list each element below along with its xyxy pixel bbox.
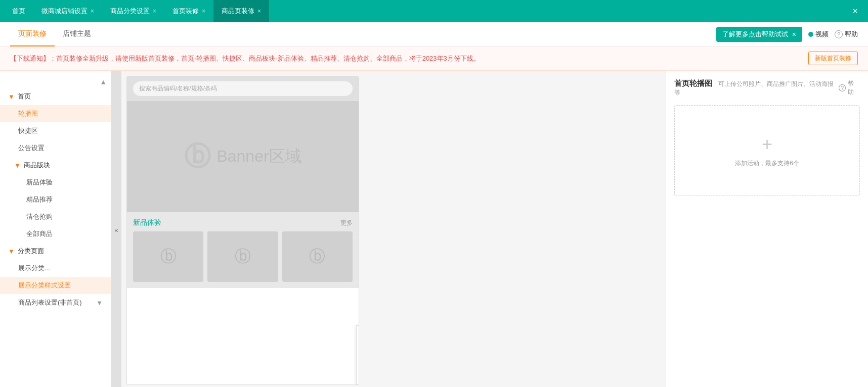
product-icon-3: ⓑ [309,246,325,268]
tab-home[interactable]: 首页 [4,0,33,22]
phone-search-input: 搜索商品编码/名称/规格/条码 [133,81,353,96]
add-activity-area[interactable]: + 添加活动，最多支持6个 [674,105,860,196]
phone-search-bar: 搜索商品编码/名称/规格/条码 [127,76,359,101]
right-panel-header: 首页轮播图 可上传公司照片、商品推广图片、活动海报等 ? 帮助 [674,79,860,97]
tab-category-settings[interactable]: 商品分类设置 × [102,0,164,22]
collapse-left-icon: « [115,227,118,234]
close-tab-product-decoration[interactable]: × [257,8,261,15]
main-layout: ▲ ▼ 首页 轮播图 快捷区 公告设置 ▼ 商品版块 新品体验 精品推荐 清仓抢… [0,71,868,387]
sidebar-section-category[interactable]: ▼ 分类页面 [0,243,111,260]
banner-logo-icon: ⓑ [184,139,210,174]
arrow-down-category-icon: ▼ [8,248,15,255]
close-tab-store-settings[interactable]: × [91,8,94,15]
help-button[interactable]: ? 帮助 [835,30,858,39]
phone-new-experience-section: 新品体验 更多 ⓑ ⓑ ⓑ [127,212,359,288]
arrow-down-products-icon: ▼ [14,162,21,169]
tab-store-settings[interactable]: 微商城店铺设置 × [33,0,102,22]
collapse-arrow-up[interactable]: ▲ [100,78,107,86]
sidebar-section-home[interactable]: ▼ 首页 [0,88,111,105]
sidebar-item-notice[interactable]: 公告设置 [0,139,111,157]
phone-products-row: ⓑ ⓑ ⓑ [133,231,353,282]
window-close-button[interactable]: × [846,6,864,17]
sidebar-item-shortcut[interactable]: 快捷区 [0,122,111,139]
new-version-button[interactable]: 新版首页装修 [808,52,858,65]
sidebar-item-clearance[interactable]: 清仓抢购 [0,208,111,225]
phone-section-header: 新品体验 更多 [133,218,353,227]
notice-text: 【下线通知】：首页装修全新升级，请使用新版首页装修，首页-轮播图、快捷区、商品板… [10,54,802,63]
right-panel-help-button[interactable]: ? 帮助 [839,79,860,96]
sub-tab-right-actions: 了解更多点击帮助试试 × 视频 ? 帮助 [716,27,858,42]
tab-product-decoration[interactable]: 商品页装修 × [213,0,269,22]
video-icon [808,32,813,37]
add-area-label: 添加活动，最多支持6个 [735,159,799,168]
right-panel: 首页轮播图 可上传公司照片、商品推广图片、活动海报等 ? 帮助 + 添加活动，最… [666,71,868,387]
sidebar-item-new-experience[interactable]: 新品体验 [0,174,111,191]
help-banner-close[interactable]: × [792,30,796,38]
sidebar-item-category-style[interactable]: 展示分类样式设置 [0,277,111,294]
tab-home-decoration[interactable]: 首页装修 × [164,0,213,22]
question-icon: ? [835,30,843,38]
phone-preview: 搜索商品编码/名称/规格/条码 ⓑ Banner区域 新品体验 更多 ⓑ [126,76,359,385]
sidebar-item-show-category[interactable]: 展示分类... [0,260,111,277]
right-panel-title-group: 首页轮播图 可上传公司照片、商品推广图片、活动海报等 [674,79,839,97]
sub-tab-page-decoration[interactable]: 页面装修 [10,23,55,46]
sidebar-item-all-products[interactable]: 全部商品 [0,225,111,243]
product-icon-1: ⓑ [160,246,177,268]
banner-logo: ⓑ Banner区域 [184,139,301,174]
phone-section-title: 新品体验 [133,218,161,227]
sub-tab-store-theme[interactable]: 店铺主题 [55,23,99,46]
sidebar-collapse-button[interactable]: « [111,71,121,387]
sidebar-section-products[interactable]: ▼ 商品版块 [0,157,111,174]
qr-code-overlay: 扫码预览效果 [356,325,359,384]
plus-icon: + [762,134,772,155]
center-preview: 搜索商品编码/名称/规格/条码 ⓑ Banner区域 新品体验 更多 ⓑ [121,71,666,387]
sidebar-item-quality-recommend[interactable]: 精品推荐 [0,191,111,208]
video-button[interactable]: 视频 [808,30,829,39]
phone-banner-area: ⓑ Banner区域 [127,101,359,212]
sidebar-item-banner[interactable]: 轮播图 [0,105,111,122]
question-mark-icon: ? [839,84,846,91]
notice-bar: 【下线通知】：首页装修全新升级，请使用新版首页装修，首页-轮播图、快捷区、商品板… [0,46,868,71]
tab-bar: 首页 微商城店铺设置 × 商品分类设置 × 首页装修 × 商品页装修 × × [0,0,868,22]
sidebar-item-product-list[interactable]: 商品列表设置(非首页) ▼ [0,294,111,311]
phone-section-more: 更多 [340,219,353,227]
phone-product-card-3: ⓑ [282,231,353,282]
sub-tab-bar: 页面装修 店铺主题 了解更多点击帮助试试 × 视频 ? 帮助 [0,22,868,46]
product-icon-2: ⓑ [235,246,251,268]
right-panel-title: 首页轮播图 [674,79,712,87]
phone-product-card-1: ⓑ [133,231,203,282]
expand-icon: ▼ [96,299,103,307]
close-tab-home-decoration[interactable]: × [202,8,205,15]
sidebar: ▲ ▼ 首页 轮播图 快捷区 公告设置 ▼ 商品版块 新品体验 精品推荐 清仓抢… [0,71,111,387]
close-tab-category-settings[interactable]: × [153,8,156,15]
arrow-down-icon: ▼ [8,93,15,101]
banner-text: Banner区域 [216,146,301,168]
phone-product-card-2: ⓑ [207,231,278,282]
help-banner[interactable]: 了解更多点击帮助试试 × [716,27,802,42]
